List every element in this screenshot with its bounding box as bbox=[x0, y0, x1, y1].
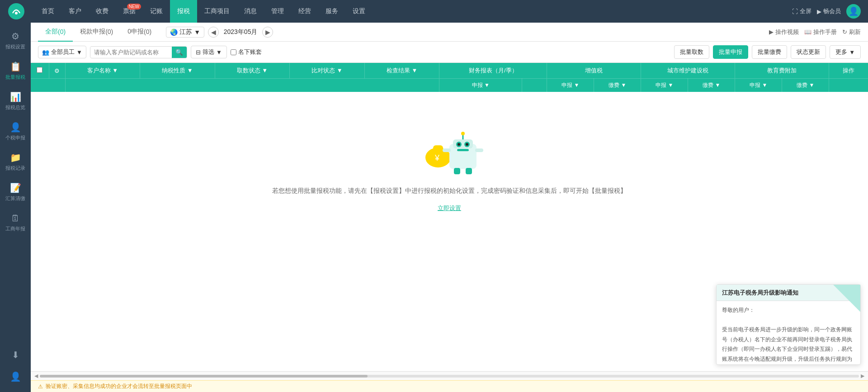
annual-report-icon: 🗓 bbox=[10, 213, 21, 224]
tab-all[interactable]: 全部(0) bbox=[38, 23, 73, 42]
sub-financial-declare: 申报 ▼ bbox=[439, 79, 522, 92]
col-checkbox-header bbox=[31, 63, 49, 79]
date-navigation: ◀ 2023年05月 ▶ bbox=[208, 27, 273, 38]
svg-point-17 bbox=[461, 132, 465, 135]
tax-summary-icon: 📊 bbox=[10, 91, 21, 102]
search-icon: 🔍 bbox=[175, 49, 183, 56]
date-next-button[interactable]: ▶ bbox=[262, 27, 273, 38]
nav-charge[interactable]: 收费 bbox=[89, 0, 116, 23]
member-button[interactable]: ▶ 畅会员 bbox=[817, 7, 841, 15]
nav-operation[interactable]: 经营 bbox=[291, 0, 318, 23]
svg-rect-6 bbox=[453, 139, 473, 148]
svg-point-10 bbox=[466, 143, 468, 146]
sub-vat-pay: 缴费 ▼ bbox=[594, 79, 641, 92]
svg-rect-15 bbox=[466, 168, 472, 174]
download-icon: ⬇ bbox=[10, 349, 21, 360]
filter-icon: ⊟ bbox=[196, 49, 201, 56]
svg-rect-14 bbox=[454, 168, 460, 174]
nav-service[interactable]: 服务 bbox=[318, 0, 345, 23]
col-edu-surcharge-header: 教育费附加 bbox=[735, 63, 829, 79]
sidebar-item-personal-tax[interactable]: 👤 个税申报 bbox=[0, 117, 31, 146]
col-action-header: 操作 bbox=[829, 63, 868, 79]
nav-management[interactable]: 管理 bbox=[264, 0, 291, 23]
batch-tax-icon: 📋 bbox=[10, 61, 21, 72]
search-button[interactable]: 🔍 bbox=[172, 47, 187, 58]
personal-tax-icon: 👤 bbox=[10, 122, 21, 133]
operation-manual-button[interactable]: 📖 操作手册 bbox=[804, 28, 837, 36]
operation-video-button[interactable]: ▶ 操作视频 bbox=[769, 28, 799, 36]
sub-city-declare: 申报 ▼ bbox=[641, 79, 688, 92]
sidebar-item-tax-summary[interactable]: 📊 报税总览 bbox=[0, 87, 31, 115]
employee-select[interactable]: 👥 全部员工 ▼ bbox=[38, 46, 86, 58]
new-badge: NEW bbox=[127, 4, 141, 10]
account-checkbox-wrap[interactable]: 名下账套 bbox=[231, 48, 262, 56]
sub-header-row: 申报 ▼ 申报 ▼ 缴费 ▼ 申报 ▼ 缴费 ▼ 申报 ▼ 缴费 ▼ bbox=[31, 79, 868, 92]
fullscreen-button[interactable]: ⛶ 全屏 bbox=[792, 7, 811, 15]
svg-rect-11 bbox=[457, 149, 469, 151]
col-client-name-header: 客户名称 ▼ bbox=[65, 63, 140, 79]
tab-tax-declare[interactable]: 税款申报(0) bbox=[73, 23, 120, 42]
search-wrap: 🔍 bbox=[90, 46, 187, 58]
sidebar-item-tax-record[interactable]: 📁 报税记录 bbox=[0, 148, 31, 176]
more-chevron-icon: ▼ bbox=[849, 49, 855, 56]
sidebar-item-annual-report[interactable]: 🗓 工商年报 bbox=[0, 208, 31, 237]
robot-illustration: ¥ bbox=[413, 119, 486, 178]
gear-icon[interactable]: ⚙ bbox=[54, 67, 60, 74]
sidebar-download[interactable]: ⬇ bbox=[0, 345, 31, 365]
sidebar-item-batch-tax[interactable]: 📋 批量报税 bbox=[0, 57, 31, 85]
sub-edu-pay: 缴费 ▼ bbox=[782, 79, 829, 92]
nav-business[interactable]: 工商项目 bbox=[197, 0, 237, 23]
col-check-result-header: 检查结果 ▼ bbox=[364, 63, 439, 79]
batch-declare-button[interactable]: 批量申报 bbox=[713, 45, 748, 59]
select-all-checkbox[interactable] bbox=[37, 67, 42, 73]
svg-point-1 bbox=[15, 12, 18, 14]
logo[interactable] bbox=[7, 2, 25, 20]
refresh-button[interactable]: ↻ 刷新 bbox=[842, 28, 861, 36]
batch-fetch-button[interactable]: 批量取数 bbox=[674, 45, 709, 59]
svg-rect-13 bbox=[475, 148, 483, 152]
sidebar-user[interactable]: 👤 bbox=[0, 367, 31, 387]
sidebar-item-settlement[interactable]: 📝 汇算清缴 bbox=[0, 178, 31, 206]
status-message: 验证账密、采集信息均成功的企业才会流转至批量报税页面中 bbox=[46, 382, 192, 390]
table-body: ¥ bbox=[31, 92, 868, 239]
nav-items: 首页 客户 收费 票据 NEW 记账 报税 工商项目 消息 管理 经营 服务 设… bbox=[34, 0, 792, 23]
filter-button[interactable]: ⊟ 筛选 ▼ bbox=[191, 46, 227, 58]
batch-pay-button[interactable]: 批量缴费 bbox=[752, 45, 787, 59]
svg-rect-3 bbox=[433, 145, 443, 153]
nav-home[interactable]: 首页 bbox=[34, 0, 61, 23]
nav-message[interactable]: 消息 bbox=[237, 0, 264, 23]
employee-chevron-icon: ▼ bbox=[76, 49, 82, 56]
sub-vat-declare: 申报 ▼ bbox=[547, 79, 594, 92]
date-prev-button[interactable]: ◀ bbox=[208, 27, 219, 38]
nav-customer[interactable]: 客户 bbox=[61, 0, 89, 23]
svg-point-9 bbox=[458, 143, 460, 146]
nav-invoice[interactable]: 票据 NEW bbox=[116, 0, 143, 23]
toolbar-actions: 批量取数 批量申报 批量缴费 状态更新 更多 ▼ bbox=[674, 45, 861, 59]
notification-popup: 江苏电子税务局升级影响通知 ✕ 尊敬的用户： 受当前电子税务局进一步升级的影响，… bbox=[716, 284, 861, 365]
tabs-bar: 全部(0) 税款申报(0) 0申报(0) 🌏 江苏 ▼ ◀ 2023年05月 ▶ bbox=[31, 23, 868, 42]
search-input[interactable] bbox=[90, 47, 172, 57]
data-table: ⚙ 客户名称 ▼ 纳税性质 ▼ 取数状态 ▼ 比对状态 ▼ 检查结果 ▼ 财务报… bbox=[31, 63, 868, 239]
col-fetch-status-header: 取数状态 ▼ bbox=[215, 63, 290, 79]
scroll-track[interactable] bbox=[40, 375, 859, 378]
video-icon: ▶ bbox=[769, 29, 774, 35]
more-button[interactable]: 更多 ▼ bbox=[830, 45, 861, 59]
account-checkbox[interactable] bbox=[231, 49, 236, 55]
toolbar: 👥 全部员工 ▼ 🔍 ⊟ 筛选 ▼ 名下账套 批量取数 批量申报 bbox=[31, 42, 868, 63]
nav-settings[interactable]: 设置 bbox=[345, 0, 373, 23]
avatar-icon: 👤 bbox=[849, 6, 859, 16]
notification-content: 尊敬的用户： 受当前电子税务局进一步升级的影响，同一个政务网账号（办税人）名下的… bbox=[722, 307, 852, 364]
bottom-scrollbar: ◀ ▶ bbox=[31, 371, 868, 380]
col-vat-header: 增值税 bbox=[547, 63, 641, 79]
tab-zero-declare[interactable]: 0申报(0) bbox=[120, 23, 159, 42]
status-update-button[interactable]: 状态更新 bbox=[791, 45, 826, 59]
nav-bookkeeping[interactable]: 记账 bbox=[143, 0, 170, 23]
sub-empty2 bbox=[65, 79, 439, 92]
region-selector[interactable]: 🌏 江苏 ▼ bbox=[166, 27, 204, 38]
refresh-icon: ↻ bbox=[842, 29, 847, 35]
date-display: 2023年05月 bbox=[222, 28, 259, 36]
user-avatar[interactable]: 👤 bbox=[846, 4, 861, 19]
nav-tax[interactable]: 报税 bbox=[170, 0, 197, 23]
sidebar-item-tax-settings[interactable]: ⚙ 报税设置 bbox=[0, 26, 31, 55]
setup-link[interactable]: 立即设置 bbox=[438, 204, 461, 212]
